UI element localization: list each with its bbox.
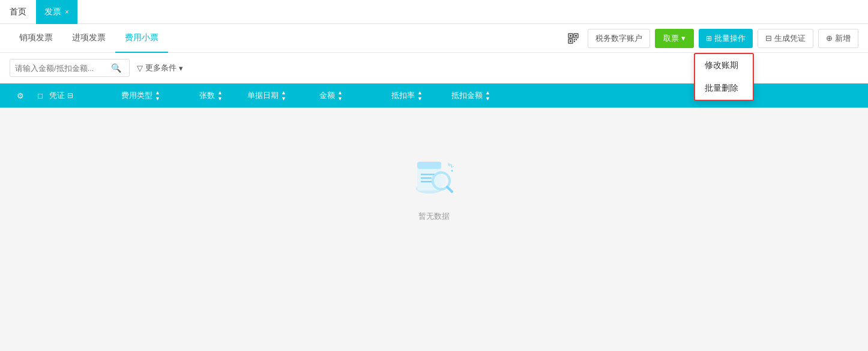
batch-dropdown-menu: 修改账期 批量删除 xyxy=(694,53,754,101)
tab-purchase[interactable]: 进项发票 xyxy=(62,24,115,53)
sort-arrows-date: ▲▼ xyxy=(281,90,286,102)
svg-line-23 xyxy=(451,164,452,168)
svg-rect-6 xyxy=(574,39,575,40)
invoice-tab[interactable]: 发票 × xyxy=(36,0,77,24)
th-checkbox[interactable]: □ xyxy=(31,91,49,100)
get-ticket-button[interactable]: 取票 ▾ xyxy=(655,29,694,48)
qr-button[interactable] xyxy=(564,29,583,48)
empty-text: 暂无数据 xyxy=(418,211,450,222)
add-icon: ⊕ xyxy=(826,34,833,43)
th-deduct-rate[interactable]: 抵扣率 ▲▼ xyxy=(391,90,451,102)
tax-account-button[interactable]: 税务数字账户 xyxy=(588,29,650,48)
batch-icon: ⊞ xyxy=(706,34,712,43)
sort-arrows-deduct: ▲▼ xyxy=(485,90,490,102)
th-count[interactable]: 张数 ▲▼ xyxy=(199,90,247,102)
tab-sales[interactable]: 销项发票 xyxy=(10,24,62,53)
search-icon: 🔍 xyxy=(111,63,121,73)
svg-rect-9 xyxy=(576,41,578,43)
filter-arrow: ▾ xyxy=(179,64,183,73)
voucher-filter-icon[interactable]: ⊟ xyxy=(67,91,73,100)
more-filter-button[interactable]: ▽ 更多条件 ▾ xyxy=(137,63,183,73)
batch-delete-item[interactable]: 批量删除 xyxy=(695,77,753,100)
invoice-tab-label: 发票 xyxy=(44,7,61,17)
th-deduct-amount[interactable]: 抵扣金额 ▲▼ xyxy=(451,90,529,102)
svg-point-21 xyxy=(453,166,454,167)
svg-rect-14 xyxy=(421,177,432,179)
batch-operation-button[interactable]: ⊞ 批量操作 xyxy=(699,29,753,48)
th-date[interactable]: 单据日期 ▲▼ xyxy=(247,90,319,102)
sort-arrows-rate: ▲▼ xyxy=(417,90,423,102)
filter-icon: ▽ xyxy=(137,64,143,73)
svg-point-17 xyxy=(436,176,447,186)
home-nav[interactable]: 首页 xyxy=(0,7,36,17)
svg-rect-5 xyxy=(570,40,571,42)
svg-rect-8 xyxy=(574,41,575,42)
th-amount[interactable]: 金额 ▲▼ xyxy=(319,90,391,102)
th-expense-type[interactable]: 费用类型 ▲▼ xyxy=(121,90,199,102)
add-button[interactable]: ⊕ 新增 xyxy=(818,29,858,48)
generate-voucher-button[interactable]: ⊟ 生成凭证 xyxy=(758,29,813,48)
search-input-wrap: 🔍 xyxy=(10,59,130,77)
svg-rect-3 xyxy=(570,35,571,37)
svg-rect-7 xyxy=(576,39,577,40)
sort-arrows-count: ▲▼ xyxy=(217,90,223,102)
search-input[interactable] xyxy=(15,64,111,73)
svg-rect-4 xyxy=(575,35,577,37)
qupiao-arrow: ▾ xyxy=(681,34,686,43)
toolbar: 销项发票 进项发票 费用小票 xyxy=(0,24,868,53)
svg-line-18 xyxy=(447,187,452,192)
svg-rect-15 xyxy=(421,181,433,183)
top-nav: 首页 发票 × xyxy=(0,0,868,24)
svg-point-20 xyxy=(451,170,453,172)
modify-period-item[interactable]: 修改账期 xyxy=(695,54,753,77)
th-voucher: 凭证 ⊟ xyxy=(49,90,121,101)
empty-state: 暂无数据 xyxy=(0,108,868,246)
svg-rect-13 xyxy=(421,174,435,176)
sort-arrows-amount: ▲▼ xyxy=(337,90,343,102)
toolbar-right: 税务数字账户 取票 ▾ ⊞ 批量操作 ⊟ 生成凭证 ⊕ 新增 xyxy=(564,29,858,48)
empty-illustration xyxy=(404,144,464,204)
sort-arrows-type: ▲▼ xyxy=(155,90,160,102)
close-icon[interactable]: × xyxy=(65,8,69,16)
tab-expense[interactable]: 费用小票 xyxy=(115,24,168,53)
th-gear[interactable]: ⚙ xyxy=(10,91,31,100)
voucher-icon: ⊟ xyxy=(765,34,772,43)
